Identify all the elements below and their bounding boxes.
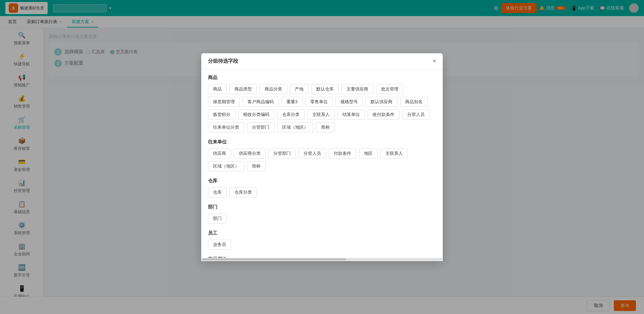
- field-tag[interactable]: 区域（地区）: [208, 161, 244, 171]
- field-tag[interactable]: 主联系人: [380, 148, 408, 159]
- section-title-department: 部门: [208, 204, 436, 210]
- modal-scroll-bar: [201, 258, 443, 261]
- field-tag[interactable]: 商品分类: [260, 84, 287, 94]
- field-tag[interactable]: 规格型号: [335, 97, 363, 107]
- modal-overlay: 分组待选字段 × 商品商品商品类型商品分类产地默认仓库主要供应商批次管理保质期管…: [0, 0, 644, 314]
- field-tags-employee: 业务员: [208, 240, 436, 250]
- field-tags-warehouse: 仓库仓库分类: [208, 187, 436, 197]
- field-tag[interactable]: 供应商分类: [234, 148, 266, 159]
- field-tag[interactable]: 往来单位分类: [208, 122, 244, 132]
- field-tags-department: 部门: [208, 213, 436, 224]
- field-tag[interactable]: 部门: [208, 213, 227, 224]
- field-tag[interactable]: 付款条件: [329, 148, 356, 159]
- field-tag[interactable]: 炼货积分: [208, 110, 235, 120]
- section-title-warehouse: 仓库: [208, 178, 436, 184]
- field-tag[interactable]: 简称: [316, 122, 335, 132]
- field-tag[interactable]: 默认供应商: [366, 97, 397, 107]
- modal-scroll-thumb[interactable]: [202, 258, 346, 260]
- field-tags-partner: 供应商供应商分类分管部门分管人员付款条件地区主联系人区域（地区）简称: [208, 148, 436, 171]
- field-tag[interactable]: 税收分类编码: [238, 110, 274, 120]
- field-tag[interactable]: 主要供应商: [341, 84, 373, 94]
- field-tag[interactable]: 收付款条件: [368, 110, 399, 120]
- field-tag[interactable]: 分管人员: [402, 110, 430, 120]
- section-goods: 商品商品商品类型商品分类产地默认仓库主要供应商批次管理保质期管理客户商品编码重量…: [208, 75, 436, 132]
- field-tag[interactable]: 分管部门: [268, 148, 296, 159]
- field-tag[interactable]: 商品: [208, 84, 227, 94]
- modal-body: 商品商品商品类型商品分类产地默认仓库主要供应商批次管理保质期管理客户商品编码重量…: [201, 69, 443, 258]
- field-tag[interactable]: 结算单位: [337, 110, 365, 120]
- field-tag[interactable]: 分管人员: [299, 148, 326, 159]
- field-tag[interactable]: 简称: [247, 161, 266, 171]
- field-tag[interactable]: 仓库分类: [277, 110, 305, 120]
- field-tag[interactable]: 商品别名: [400, 97, 428, 107]
- field-tag[interactable]: 仓库分类: [229, 187, 257, 197]
- modal-title: 分组待选字段: [208, 58, 238, 64]
- field-tag[interactable]: 地区: [359, 148, 378, 159]
- field-tag[interactable]: 区域（地区）: [277, 122, 313, 132]
- section-employee: 员工业务员: [208, 230, 436, 250]
- field-tag[interactable]: 批次管理: [376, 84, 404, 94]
- section-warehouse: 仓库仓库仓库分类: [208, 178, 436, 197]
- field-tag[interactable]: 业务员: [208, 240, 231, 250]
- field-tag[interactable]: 分管部门: [247, 122, 274, 132]
- section-department: 部门部门: [208, 204, 436, 224]
- field-tag[interactable]: 默认仓库: [311, 84, 339, 94]
- section-partner: 往来单位供应商供应商分类分管部门分管人员付款条件地区主联系人区域（地区）简称: [208, 139, 436, 171]
- field-tag[interactable]: 主联系人: [307, 110, 335, 120]
- field-tag[interactable]: 重量3: [281, 97, 303, 107]
- field-tag[interactable]: 客户商品编码: [243, 97, 279, 107]
- field-tag[interactable]: 商品类型: [229, 84, 257, 94]
- field-tag[interactable]: 保质期管理: [208, 97, 240, 107]
- modal-scroll-track: [202, 258, 442, 260]
- section-title-partner: 往来单位: [208, 139, 436, 145]
- field-tags-goods: 商品商品类型商品分类产地默认仓库主要供应商批次管理保质期管理客户商品编码重量3零…: [208, 84, 436, 132]
- section-title-goods: 商品: [208, 75, 436, 81]
- modal-header: 分组待选字段 ×: [201, 53, 443, 69]
- field-tag[interactable]: 供应商: [208, 148, 231, 159]
- field-tag[interactable]: 仓库: [208, 187, 227, 197]
- modal: 分组待选字段 × 商品商品商品类型商品分类产地默认仓库主要供应商批次管理保质期管…: [201, 53, 443, 261]
- modal-close-btn[interactable]: ×: [432, 58, 436, 64]
- field-tag[interactable]: 零售单位: [305, 97, 333, 107]
- section-title-employee: 员工: [208, 230, 436, 236]
- field-tag[interactable]: 产地: [290, 84, 309, 94]
